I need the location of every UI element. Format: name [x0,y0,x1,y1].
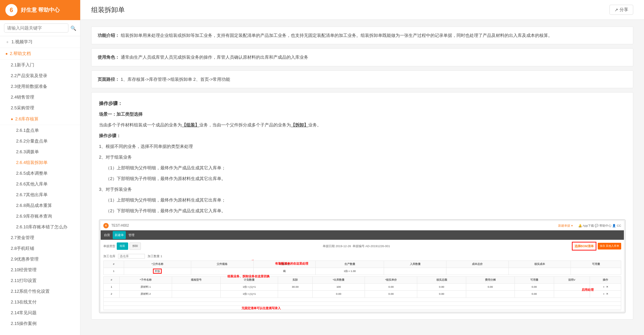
sidebar-item-data-prep[interactable]: 2.3使用前数据准备 [0,81,80,92]
nav-section: ＋ 1.视频学习 ● 2.帮助文档 2.1新手入门 2.2产品安装及登录 2.3… [0,36,80,329]
step-3-2: （2）下部明细为子件明细，最终作为产成品生成其它入库单。 [99,207,626,215]
sidebar-item-transfer[interactable]: 2.6.3调拨单 [0,147,80,157]
step-1: 1、根据不同的业务，选择不同单据的类型来处理 [99,142,626,151]
steps-title: 操作步骤： [99,131,626,140]
sidebar-item-purchase[interactable]: 2.5采购管理 [0,103,80,113]
page-title: 组装拆卸单 [91,5,125,14]
ss-col-in-qty: 入库数量 [384,261,446,268]
sidebar-item-cost-adjust[interactable]: 2.6.5成本调整单 [0,168,80,179]
ss-col-cost: 成本总价 [446,261,509,268]
ss-qty-label: 加工数量 1 [148,253,162,259]
ss-parent-table: # *父件名称 父件规格 计量单位 生产数量 入库数量 成本总价 核实成本 可用… [103,261,621,275]
logo-icon: 6 [5,4,17,16]
ss-tab-disassembly: 拆卸 [129,242,141,250]
search-icon[interactable]: 🔍 [70,25,76,31]
scene-desc: 当由多个子件材料组装成一个成品的业务为【组装】业务，当由一个父件拆分成多个子产品… [99,121,626,129]
role-block: 使用角色： 通常由生产人员或库管人员完成拆装业务的操作，库管人员确认原材料的出库… [91,48,633,66]
role-label: 使用角色： [98,55,119,60]
minus-icon-inv: ● [11,117,13,121]
annotation-3: 启用处理 [582,287,594,293]
ss-col-name: *父件名称 [124,261,191,268]
sidebar-item-other-in[interactable]: 2.6.6其他入库单 [0,179,80,189]
ss-logo: 6 [103,223,109,228]
path-text: 1、库存核算->库存管理->组装拆卸单 2、首页->常用功能 [121,77,230,82]
ss-nav-new: 新建单 [113,231,126,239]
path-label: 页面路径： [98,77,119,82]
ss-top-icons: 🔔 App下载 💬 帮助中心 👤 CC [578,223,621,229]
ss-warehouse-label: 加工仓库 [103,253,115,259]
sidebar-item-partial-stocktake[interactable]: 2.6.2分量盘点单 [0,136,80,147]
sidebar-item-inventory[interactable]: ● 2.6库存核算 [0,113,80,125]
sidebar-item-other-out[interactable]: 2.6.7其他出库单 [0,189,80,200]
arrow-1: → [251,257,254,263]
sidebar-item-inv-ledger[interactable]: 2.6.9库存账本查询 [0,211,80,222]
sidebar-item-assembly[interactable]: 2.6.4组装拆卸单 [0,157,80,168]
sidebar-item-inv-ledger-fix[interactable]: 2.6.10库存账本错了怎么办 [0,222,80,232]
content-area: 功能介绍： 组装拆卸单用来处理企业组装或拆卸等加工业务，支持有固定装配清单的产品… [80,20,644,335]
share-button[interactable]: ↗ 分享 [609,5,633,15]
step-3: 3、对于拆装业务 [99,185,626,194]
sidebar-item-coupon[interactable]: 2.9优惠券管理 [0,254,80,265]
step-2: 2、对于组装业务 [99,153,626,162]
step-2-2: （2）下部明细为子件明细，最终作为原材料生成其它出库单。 [99,174,626,183]
ss-test-id: TEST-H002 [111,222,129,229]
sidebar-item-mgmt[interactable]: 2.10经营管理 [0,265,80,275]
ss-col-qty: 生产数量 [316,261,384,268]
ss-doctype-label: 单据类型 [103,243,115,249]
sidebar-item-beginner[interactable]: 2.1新手入门 [0,60,80,70]
step-3-1: （1）上部明细为父件明细，最终作为原材料生成其它出库单； [99,196,626,205]
main-header: 组装拆卸单 ↗ 分享 [80,0,644,20]
ss-child-table: # *子件名称 规格型号 计划数量 实际 *出库数量 *核实单价 核实总额 费用… [103,276,621,310]
sidebar-item-helpdoc[interactable]: ● 2.帮助文档 [0,48,80,60]
path-block: 页面路径： 1、库存核算->库存管理->组装拆卸单 2、首页->常用功能 [91,70,633,88]
ss-topbar: 6 TEST-H002 新建单据 ▾ 🔔 App下载 💬 帮助中心 👤 CC [101,221,624,230]
sidebar-item-custom[interactable]: 2.12系统个性化设置 [0,286,80,297]
sidebar-item-cases[interactable]: 2.15操作案例 [0,318,80,329]
minus-icon: ● [5,51,8,56]
sidebar-item-label: 1.视频学习 [11,39,33,45]
sidebar-item-pay[interactable]: 2.13在线支付 [0,297,80,308]
sidebar-item-install[interactable]: 2.2产品安装及登录 [0,70,80,81]
screenshot: 6 TEST-H002 新建单据 ▾ 🔔 App下载 💬 帮助中心 👤 CC 自… [101,221,624,312]
ss-col-sku: 父件规格 [191,261,253,268]
sidebar-item-mobile[interactable]: 2.8手机旺铺 [0,243,80,254]
sidebar-item-stocktake[interactable]: 2.6.1盘点单 [0,125,80,136]
screenshot-wrapper: 6 TEST-H002 新建单据 ▾ 🔔 App下载 💬 帮助中心 👤 CC 自… [99,219,626,313]
annotation-2: 组装业务、拆卸业务在这里切换 [227,273,270,279]
ss-nav-home: 自营 [102,231,112,239]
sidebar-item-video[interactable]: ＋ 1.视频学习 [0,36,80,48]
ss-docno-label: 单据编号 AD-20191226-001 [353,243,390,249]
sidebar-item-faq[interactable]: 2.14常见问题 [0,308,80,318]
ss-bom-btn: 选择BOM清单 [572,242,596,250]
intro-text: 组装拆卸单用来处理企业组装或拆卸等加工业务，支持有固定装配清单的产品加工业务，也… [121,33,552,38]
ss-warehouse-input[interactable] [118,254,145,259]
scene-title: 场景一：加工类型选择 [99,110,626,119]
search-input[interactable] [4,23,68,33]
sidebar-item-cost-recalc[interactable]: 2.6.8商品成本重算 [0,200,80,211]
ss-nav-manage: 管理 [126,231,137,239]
intro-block: 功能介绍： 组装拆卸单用来处理企业组装或拆卸等加工业务，支持有固定装配清单的产品… [91,26,633,44]
plus-icon: ＋ [5,39,9,45]
ops-block: 操作步骤： 场景一：加工类型选择 当由多个子件材料组装成一个成品的业务为【组装】… [91,92,633,320]
ss-save-btn: 保存 其他入库单 [598,243,621,249]
search-box: 🔍 [0,20,80,36]
ss-col-no: # [104,261,124,268]
app-title: 好生意 帮助中心 [21,7,60,14]
sidebar-item-label: 2.6库存核算 [15,116,39,122]
annotation-1: 有装配清单的在这里处理 [275,261,308,267]
ss-col-actual-cost: 核实成本 [508,261,571,268]
ss-top-btn: 新建单据 ▾ [558,223,573,229]
sidebar-item-label: 2.帮助文档 [10,51,31,57]
ss-form: 单据类型 组装 拆卸 单据日期 2019-12-26 单据编号 AD-20191… [101,240,624,312]
ss-date-label: 单据日期 2019-12-26 [323,243,351,249]
role-text: 通常由生产人员或库管人员完成拆装业务的操作，库管人员确认原材料的出库和产成品的入… [121,55,308,60]
ops-title: 操作步骤： [99,99,626,108]
sidebar-item-print[interactable]: 2.11打印设置 [0,275,80,286]
share-icon: ↗ [614,7,618,12]
sidebar-item-sales[interactable]: 2.4销售管理 [0,92,80,103]
ss-tab-assembly: 组装 [117,242,128,250]
ss-col-avail: 可用量 [571,261,621,268]
annotation-4: 无固定清单可以任意填写录入 [241,305,281,311]
sidebar-item-finance[interactable]: 2.7资金管理 [0,232,80,243]
sidebar: 6 好生意 帮助中心 🔍 ＋ 1.视频学习 ● 2.帮助文档 2.1新手入门 2… [0,0,80,335]
